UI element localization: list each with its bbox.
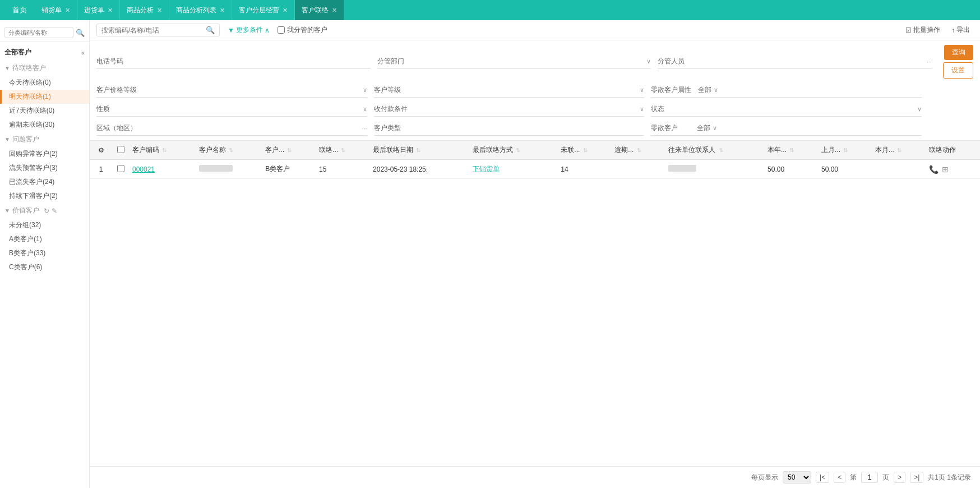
payment-input[interactable]: [418, 105, 638, 113]
export-button[interactable]: ↑ 导出: [948, 24, 973, 36]
nature-input[interactable]: [140, 105, 360, 113]
row-checkbox[interactable]: [117, 165, 124, 172]
batch-operation-button[interactable]: ☑ 批量操作: [902, 24, 944, 36]
sort-icon[interactable]: ⇅: [843, 147, 848, 153]
nav-tab-product-analysis-list[interactable]: 商品分析列表 ✕: [169, 0, 232, 20]
row-customer-code[interactable]: 000021: [129, 160, 196, 179]
nav-tab-customer-contact[interactable]: 客户联络 ✕: [295, 0, 344, 20]
last-page-button[interactable]: >|: [910, 472, 923, 483]
row-this-year: 50.00: [764, 160, 818, 179]
payment-label: 收付款条件: [374, 104, 413, 114]
chevron-down-icon[interactable]: ∨: [640, 105, 644, 113]
more-conditions-button[interactable]: ▼ 更多条件 ∧: [224, 24, 273, 36]
nav-tab-product-analysis[interactable]: 商品分析 ✕: [120, 0, 169, 20]
customer-type-input[interactable]: [418, 125, 645, 132]
dept-label: 分管部门: [377, 57, 417, 66]
phone-input[interactable]: [140, 58, 371, 66]
sort-icon[interactable]: ⇅: [789, 147, 794, 153]
chevron-down-icon[interactable]: ∨: [640, 86, 644, 94]
retail-attr-label: 零散客户属性: [651, 85, 691, 95]
row-check[interactable]: [112, 160, 129, 179]
sidebar-search-input[interactable]: [4, 27, 73, 38]
price-level-input[interactable]: [141, 86, 360, 94]
row-customer-name[interactable]: [196, 160, 262, 179]
chevron-down-icon[interactable]: ∨: [917, 105, 922, 113]
person-input[interactable]: [701, 58, 924, 66]
more-icon[interactable]: ···: [362, 125, 367, 132]
close-icon[interactable]: ✕: [157, 7, 162, 14]
sidebar-item-c-class[interactable]: C类客户(6): [0, 260, 89, 274]
collapse-icon: «: [81, 49, 85, 56]
phone-label: 电话号码: [96, 57, 136, 66]
pending-group-title: ▼ 待联络客户: [0, 61, 89, 76]
nav-tab-sales[interactable]: 销货单 ✕: [35, 0, 77, 20]
status-input[interactable]: [695, 105, 915, 113]
sort-icon[interactable]: ⇅: [637, 147, 641, 153]
sort-icon[interactable]: ⇅: [341, 147, 345, 153]
sort-icon[interactable]: ⇅: [416, 147, 420, 153]
sidebar-item-repurchase-abnormal[interactable]: 回购异常客户(2): [0, 147, 89, 161]
filter-retail-customer: 零散客户 全部 ∨: [651, 121, 922, 136]
col-settings[interactable]: ⚙: [90, 141, 112, 160]
sidebar-item-ungrouped[interactable]: 未分组(32): [0, 218, 89, 232]
grid-icon[interactable]: ⊞: [942, 165, 949, 174]
phone-icon[interactable]: 📞: [929, 165, 939, 174]
sidebar-item-week-pending[interactable]: 近7天待联络(0): [0, 104, 89, 118]
sidebar-item-today-pending[interactable]: 今天待联络(0): [0, 76, 89, 90]
my-customers-checkbox[interactable]: [278, 26, 285, 34]
chevron-down-icon[interactable]: ∨: [363, 86, 367, 94]
sidebar-item-b-class[interactable]: B类客户(33): [0, 246, 89, 260]
first-page-button[interactable]: |<: [816, 472, 829, 483]
customer-level-input[interactable]: [418, 86, 638, 94]
sort-icon[interactable]: ⇅: [287, 147, 292, 153]
chevron-down-icon[interactable]: ∨: [363, 105, 367, 113]
checkbox-icon: ☑: [905, 26, 912, 34]
next-page-button[interactable]: >: [894, 472, 905, 483]
more-icon[interactable]: ···: [927, 58, 932, 65]
row-last-contact-method[interactable]: 下销货单: [469, 160, 557, 179]
col-check[interactable]: [112, 141, 129, 160]
chevron-down-icon[interactable]: ∨: [714, 86, 718, 94]
sort-icon[interactable]: ⇅: [516, 147, 520, 153]
sort-icon[interactable]: ⇅: [897, 147, 902, 153]
sort-icon[interactable]: ⇅: [229, 147, 233, 153]
sidebar-item-overdue-pending[interactable]: 逾期未联络(30): [0, 118, 89, 132]
per-page-select[interactable]: 50 100 200: [783, 471, 811, 484]
sort-icon[interactable]: ⇅: [162, 147, 167, 153]
close-icon[interactable]: ✕: [283, 7, 288, 14]
sidebar-item-a-class[interactable]: A类客户(1): [0, 232, 89, 246]
col-unit-contacts: 往来单位联系人 ⇅: [665, 141, 764, 160]
my-customers-filter[interactable]: 我分管的客户: [278, 25, 327, 35]
filter-customer-level: 客户等级 ∨: [374, 83, 645, 98]
nav-home[interactable]: 首页: [4, 5, 35, 15]
select-all-checkbox[interactable]: [117, 146, 124, 153]
sort-icon[interactable]: ⇅: [583, 147, 588, 153]
sidebar-item-churn-warning[interactable]: 流失预警客户(3): [0, 161, 89, 175]
sidebar-item-churned[interactable]: 已流失客户(24): [0, 175, 89, 189]
page-label: 第: [850, 473, 857, 482]
refresh-icon[interactable]: ↻: [44, 207, 49, 215]
search-icon[interactable]: 🔍: [76, 29, 85, 37]
close-icon[interactable]: ✕: [332, 7, 337, 14]
sidebar-item-tomorrow-pending[interactable]: 明天待联络(1): [0, 90, 89, 104]
chevron-down-icon[interactable]: ∨: [713, 125, 717, 132]
prev-page-button[interactable]: <: [834, 472, 845, 483]
region-input[interactable]: [141, 125, 360, 132]
edit-icon[interactable]: ✎: [52, 207, 57, 215]
page-number-input[interactable]: [861, 472, 878, 483]
close-icon[interactable]: ✕: [65, 7, 70, 14]
search-icon[interactable]: 🔍: [206, 26, 215, 34]
query-button[interactable]: 查询: [944, 45, 973, 60]
close-icon[interactable]: ✕: [108, 7, 113, 14]
customer-type-label: 客户类型: [374, 123, 413, 133]
nav-tab-purchase[interactable]: 进货单 ✕: [77, 0, 120, 20]
close-icon[interactable]: ✕: [220, 7, 225, 14]
sidebar-item-declining[interactable]: 持续下滑客户(2): [0, 189, 89, 203]
set-button[interactable]: 设置: [943, 62, 973, 79]
chevron-down-icon[interactable]: ∨: [646, 58, 651, 65]
sort-icon[interactable]: ⇅: [719, 147, 723, 153]
dept-input[interactable]: [421, 58, 645, 66]
all-customers-title[interactable]: 全部客户 «: [0, 44, 89, 61]
search-input[interactable]: [101, 26, 206, 34]
nav-tab-customer-tier[interactable]: 客户分层经营 ✕: [232, 0, 295, 20]
